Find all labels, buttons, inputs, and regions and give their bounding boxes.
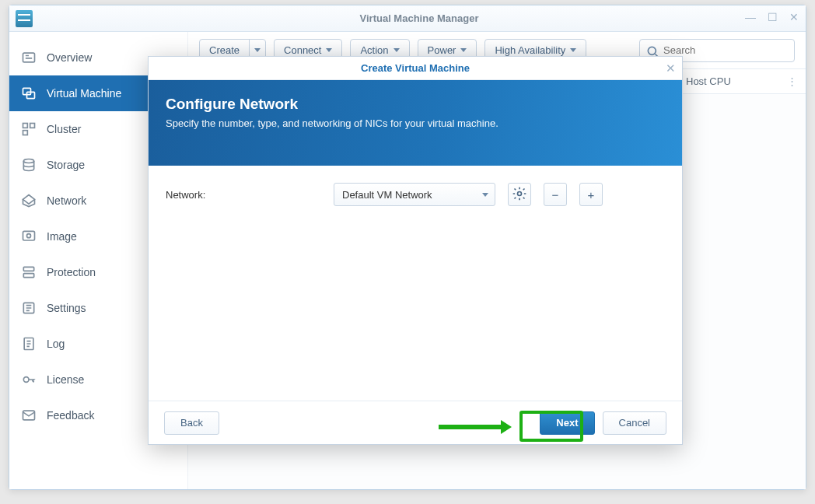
sidebar-item-label: Settings <box>47 302 86 314</box>
dialog-header: Create Virtual Machine ✕ <box>149 57 682 80</box>
sidebar-item-label: Image <box>47 230 77 243</box>
dialog-banner: Configure Network Specify the number, ty… <box>149 80 682 166</box>
sidebar-item-label: Network <box>47 194 86 207</box>
back-button[interactable]: Back <box>164 411 219 435</box>
chevron-down-icon <box>254 48 261 52</box>
svg-point-13 <box>23 377 29 383</box>
svg-point-6 <box>23 159 33 163</box>
license-icon <box>20 371 37 388</box>
network-settings-button[interactable] <box>508 183 531 206</box>
svg-rect-7 <box>23 231 35 240</box>
dialog-title: Create Virtual Machine <box>361 62 470 74</box>
dialog-body: Network: Default VM Network − + <box>149 166 682 401</box>
network-icon <box>20 192 37 209</box>
titlebar: Virtual Machine Manager — ☐ ✕ <box>9 5 806 32</box>
sidebar-item-label: Overview <box>47 51 92 64</box>
svg-point-16 <box>518 191 522 195</box>
svg-rect-5 <box>23 131 28 135</box>
dialog-close-button[interactable]: ✕ <box>666 61 676 75</box>
next-label: Next <box>556 417 578 429</box>
chevron-down-icon <box>460 48 467 52</box>
sidebar-item-label: Cluster <box>47 123 81 135</box>
network-remove-button[interactable]: − <box>544 183 567 206</box>
close-button[interactable]: ✕ <box>787 10 801 24</box>
storage-icon <box>20 156 37 173</box>
sidebar-item-label: License <box>47 373 84 386</box>
overview-icon <box>20 49 37 66</box>
next-button[interactable]: Next <box>540 411 594 435</box>
cluster-icon <box>20 121 37 138</box>
maximize-button[interactable]: ☐ <box>765 10 779 24</box>
gear-icon <box>512 186 527 204</box>
app-icon <box>16 10 33 27</box>
chevron-down-icon <box>394 48 400 52</box>
svg-point-8 <box>27 234 31 238</box>
back-label: Back <box>180 417 203 429</box>
power-label: Power <box>428 44 456 56</box>
cancel-button[interactable]: Cancel <box>603 411 666 435</box>
network-label: Network: <box>166 189 321 201</box>
column-menu-icon[interactable]: ⋮ <box>787 75 798 87</box>
chevron-down-icon <box>482 193 488 197</box>
connect-label: Connect <box>284 44 321 56</box>
column-label: Host CPU <box>686 75 731 87</box>
sidebar-item-label: Virtual Machine <box>47 87 121 100</box>
svg-point-15 <box>648 47 656 54</box>
cancel-label: Cancel <box>619 417 650 429</box>
dialog-footer: Back Next Cancel <box>149 401 682 444</box>
ha-label: High Availability <box>495 44 565 56</box>
image-icon <box>20 228 37 245</box>
settings-icon <box>20 299 37 317</box>
minimize-button[interactable]: — <box>743 10 757 24</box>
network-select-value: Default VM Network <box>342 189 432 201</box>
svg-rect-9 <box>23 267 33 271</box>
banner-subtitle: Specify the number, type, and networking… <box>166 117 665 129</box>
log-icon <box>20 335 37 352</box>
create-vm-dialog: Create Virtual Machine ✕ Configure Netwo… <box>148 56 683 445</box>
window-title: Virtual Machine Manager <box>33 12 806 24</box>
feedback-icon <box>20 407 37 424</box>
sidebar-item-label: Log <box>47 338 65 350</box>
svg-rect-3 <box>23 124 28 128</box>
chevron-down-icon <box>326 48 332 52</box>
window-controls: — ☐ ✕ <box>743 10 801 24</box>
plus-icon: + <box>588 188 595 201</box>
sidebar-item-label: Storage <box>47 159 85 171</box>
sidebar-item-label: Protection <box>47 266 96 278</box>
chevron-down-icon <box>570 48 576 52</box>
network-row: Network: Default VM Network − + <box>166 183 665 206</box>
banner-title: Configure Network <box>166 96 665 113</box>
create-label: Create <box>209 44 240 56</box>
column-header-host-cpu[interactable]: Host CPU ⋮ <box>677 69 806 94</box>
network-add-button[interactable]: + <box>579 183 603 206</box>
svg-rect-4 <box>30 124 35 128</box>
minus-icon: − <box>552 188 559 201</box>
sidebar-item-label: Feedback <box>47 409 94 422</box>
protection-icon <box>20 264 37 281</box>
action-label: Action <box>360 44 388 56</box>
vm-icon <box>20 85 37 102</box>
network-select[interactable]: Default VM Network <box>334 183 495 206</box>
svg-rect-10 <box>23 274 33 278</box>
